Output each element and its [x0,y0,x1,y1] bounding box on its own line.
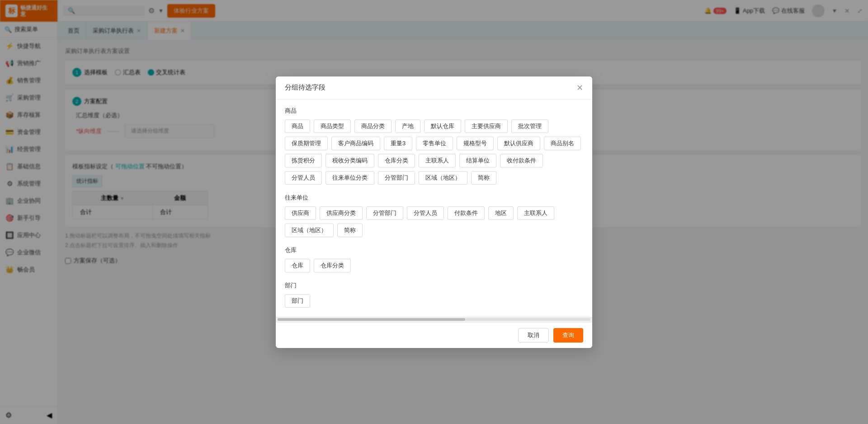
field-group-department: 部门 部门 [285,281,583,308]
field-group-warehouse: 仓库 仓库 仓库分类 [285,246,583,272]
field-group-goods-title: 商品 [285,107,583,115]
scrollbar-track [278,318,590,321]
field-tag[interactable]: 主要供应商 [465,119,508,133]
field-tags-warehouse: 仓库 仓库分类 [285,259,583,272]
modal-close-button[interactable]: ✕ [576,83,583,93]
field-tag[interactable]: 收付款条件 [500,154,543,167]
field-group-department-title: 部门 [285,281,583,290]
field-tag[interactable]: 结算单位 [459,154,496,167]
modal-header: 分组待选字段 ✕ [276,76,592,100]
field-tag[interactable]: 分管部门 [366,206,403,220]
cancel-button[interactable]: 取消 [518,328,549,343]
field-select-modal: 分组待选字段 ✕ 商品 商品 商品类型 商品分类 产地 默认仓库 主要供应商 批… [276,76,592,348]
field-tag[interactable]: 规格型号 [457,137,494,150]
field-tag[interactable]: 仓库分类 [378,154,415,167]
field-tag[interactable]: 零售单位 [416,137,453,150]
modal-body: 商品 商品 商品类型 商品分类 产地 默认仓库 主要供应商 批次管理 保质期管理… [276,100,592,317]
field-tag[interactable]: 保质期管理 [285,137,328,150]
field-tag[interactable]: 税收分类编码 [326,154,374,167]
field-tag[interactable]: 产地 [395,119,420,133]
field-group-warehouse-title: 仓库 [285,246,583,254]
field-tag[interactable]: 仓库分类 [314,259,351,272]
field-tag[interactable]: 分管人员 [407,206,444,220]
field-tags-goods: 商品 商品类型 商品分类 产地 默认仓库 主要供应商 批次管理 保质期管理 客户… [285,119,583,185]
modal-title: 分组待选字段 [285,83,326,92]
modal-horizontal-scrollbar[interactable] [276,317,592,322]
field-tag[interactable]: 分管部门 [378,171,415,185]
field-tag[interactable]: 供应商 [285,206,316,220]
field-tag[interactable]: 主联系人 [517,206,554,220]
field-tag[interactable]: 供应商分类 [320,206,363,220]
field-tags-department: 部门 [285,294,583,308]
scrollbar-thumb [278,318,465,321]
field-tag[interactable]: 商品别名 [544,137,581,150]
field-tag[interactable]: 商品分类 [354,119,392,133]
field-tag[interactable]: 分管人员 [285,171,322,185]
field-group-goods: 商品 商品 商品类型 商品分类 产地 默认仓库 主要供应商 批次管理 保质期管理… [285,107,583,185]
field-group-counterpart-title: 往来单位 [285,194,583,202]
modal-footer: 取消 查询 [276,322,592,348]
field-tag[interactable]: 主联系人 [419,154,456,167]
field-tag[interactable]: 默认供应商 [497,137,540,150]
field-tag[interactable]: 部门 [285,294,310,308]
field-tag[interactable]: 客户商品编码 [331,137,380,150]
field-group-counterpart: 往来单位 供应商 供应商分类 分管部门 分管人员 付款条件 地区 主联系人 区域… [285,194,583,237]
field-tag[interactable]: 批次管理 [511,119,548,133]
field-tag[interactable]: 付款条件 [448,206,485,220]
field-tag[interactable]: 拣货积分 [285,154,322,167]
field-tag[interactable]: 简称 [471,171,496,185]
field-tag[interactable]: 商品 [285,119,310,133]
field-tag[interactable]: 默认仓库 [424,119,461,133]
field-tag[interactable]: 重量3 [384,137,412,150]
field-tags-counterpart: 供应商 供应商分类 分管部门 分管人员 付款条件 地区 主联系人 区域（地区） … [285,206,583,237]
field-tag[interactable]: 简称 [337,224,363,237]
field-tag[interactable]: 区域（地区） [419,171,467,185]
field-tag[interactable]: 地区 [488,206,514,220]
field-tag[interactable]: 商品类型 [314,119,351,133]
confirm-button[interactable]: 查询 [553,328,583,343]
field-tag[interactable]: 仓库 [285,259,310,272]
field-tag[interactable]: 往来单位分类 [326,171,374,185]
field-tag[interactable]: 区域（地区） [285,224,334,237]
